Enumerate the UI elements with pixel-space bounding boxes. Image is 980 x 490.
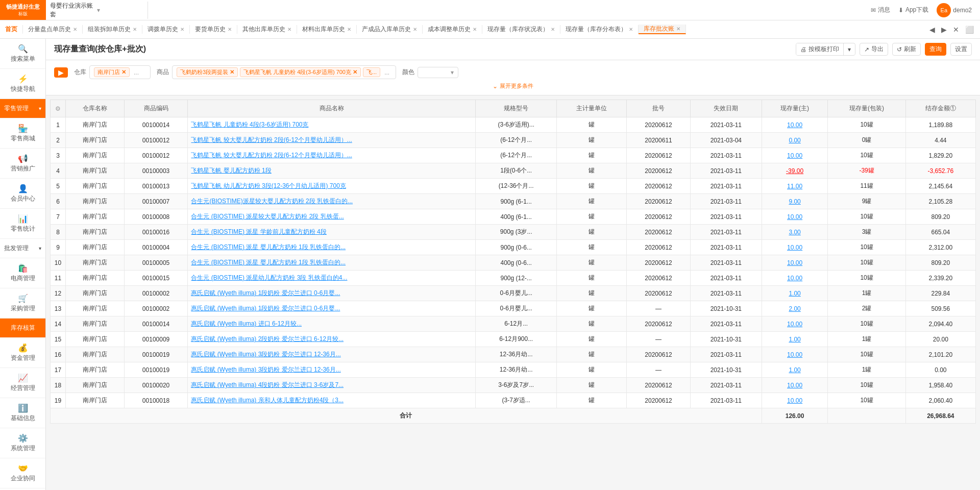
row-name[interactable]: 合生元 (BIOSTIME) 派星较大婴儿配方奶粉 2段 乳铁蛋... xyxy=(188,209,476,225)
row-name[interactable]: 飞鹤星飞帆 较大婴儿配方奶粉 2段(6-12个月婴幼儿适用）... xyxy=(188,148,476,163)
sidebar-item-marketing[interactable]: 📢 营销推广 xyxy=(0,149,45,179)
row-stock-main[interactable]: 10.00 xyxy=(762,271,828,286)
row-stock-main[interactable]: 1.00 xyxy=(762,362,828,378)
warehouse-input[interactable]: 南岸门店 ✕ ... xyxy=(89,65,151,79)
export-button[interactable]: ↗ 导出 xyxy=(860,43,888,56)
print-dropdown-button[interactable]: ▾ xyxy=(844,44,855,55)
print-button[interactable]: 🖨 按模板打印 xyxy=(796,43,844,55)
row-stock-main[interactable]: 10.00 xyxy=(762,148,828,163)
product-tag-1-remove[interactable]: ✕ xyxy=(230,69,234,76)
refresh-button[interactable]: ↺ 刷新 xyxy=(892,43,921,56)
sidebar-item-search[interactable]: 🔍 搜索菜单 xyxy=(0,39,45,69)
tab-home[interactable]: 首页 xyxy=(0,25,23,34)
row-name[interactable]: 飞鹤星飞帆 儿童奶粉 4段(3-6岁适用) 700克 xyxy=(188,117,476,133)
product-ellipsis[interactable]: ... xyxy=(382,69,391,76)
row-name[interactable]: 合生元 (BIOSTIME) 派星 婴儿配方奶粉 1段 乳铁蛋白的... xyxy=(188,240,476,255)
color-input[interactable]: ▾ xyxy=(418,67,458,78)
row-name[interactable]: 合生元 (BIOSTIME) 派星 婴儿配方奶粉 1段 乳铁蛋白的... xyxy=(188,255,476,271)
sidebar-item-inventory[interactable]: 库存核算 xyxy=(0,318,45,338)
sidebar-item-mall[interactable]: 🏪 零售商城 xyxy=(0,118,45,149)
row-stock-main[interactable]: 10.00 xyxy=(762,255,828,271)
row-name[interactable]: 惠氏启赋 (Wyeth illuma) 4段奶粉 爱尔兰进口 3-6岁及7... xyxy=(188,378,476,393)
tab-stock-status[interactable]: 现存量（库存状况表） ✕ xyxy=(482,25,560,34)
close-icon[interactable]: ✕ xyxy=(180,27,184,32)
tab-selector[interactable]: 母婴行业演示账套 ▾ xyxy=(46,2,148,19)
row-name[interactable]: 惠氏启赋 (Wyeth illuma) 2段奶粉 爱尔兰进口 6-12月较... xyxy=(188,332,476,347)
row-name[interactable]: 惠氏启赋 (Wyeth illuma) 3段奶粉 爱尔兰进口 12-36月... xyxy=(188,347,476,362)
tab-split-history[interactable]: 分量盘点单历史 ✕ xyxy=(23,25,83,34)
row-name[interactable]: 飞鹤星飞帆 幼儿配方奶粉 3段(12-36个月幼儿适用) 700克 xyxy=(188,179,476,194)
row-name[interactable]: 合生元(BIOSTIME)派星较大婴儿配方奶粉 2段 乳铁蛋白的... xyxy=(188,194,476,209)
row-name[interactable]: 惠氏启赋 (Wyeth illuma) 1段奶粉 爱尔兰进口 0-6月婴... xyxy=(188,301,476,316)
close-icon[interactable]: ✕ xyxy=(228,27,232,32)
row-name[interactable]: 合生元 (BIOSTIME) 派星 学龄前儿童配方奶粉 4段 xyxy=(188,225,476,240)
sidebar-item-system[interactable]: ⚙️ 系统管理 xyxy=(0,428,45,458)
warehouse-ellipsis[interactable]: ... xyxy=(132,69,141,76)
tab-assemble-history[interactable]: 组装拆卸单历史 ✕ xyxy=(83,25,142,34)
row-stock-main[interactable]: 2.00 xyxy=(762,301,828,316)
row-name[interactable]: 飞鹤星飞帆 较大婴儿配方奶粉 2段(6-12个月婴幼儿适用）... xyxy=(188,133,476,148)
row-stock-main[interactable]: 10.00 xyxy=(762,209,828,225)
tab-prev-button[interactable]: ◀ xyxy=(927,24,937,35)
messages-button[interactable]: ✉ 消息 xyxy=(871,6,890,14)
row-stock-main[interactable]: 1.00 xyxy=(762,332,828,347)
sidebar-item-basic-info[interactable]: ℹ️ 基础信息 xyxy=(0,398,45,428)
sidebar-item-purchase[interactable]: 🛒 采购管理 xyxy=(0,288,45,318)
tab-maximize-button[interactable]: ⬜ xyxy=(963,24,976,35)
tab-product-inbound[interactable]: 产成品入库单历史 ✕ xyxy=(357,25,423,34)
row-name[interactable]: 飞鹤星飞帆 婴儿配方奶粉 1段 xyxy=(188,163,476,179)
row-stock-main[interactable]: 3.00 xyxy=(762,225,828,240)
row-stock-main[interactable]: 10.00 xyxy=(762,316,828,332)
row-name[interactable]: 惠氏启赋 (Wyeth illuma) 1段奶粉 爱尔兰进口 0-6月婴... xyxy=(188,286,476,301)
row-stock-main[interactable]: 0.00 xyxy=(762,133,828,148)
sidebar-item-collab[interactable]: 🤝 企业协同 xyxy=(0,458,45,488)
sidebar-item-wholesale[interactable]: 批发管理 ▾ xyxy=(0,239,45,258)
warehouse-remove-icon[interactable]: ✕ xyxy=(121,69,126,76)
row-stock-main[interactable]: 1.00 xyxy=(762,286,828,301)
sidebar-item-retail-stats[interactable]: 📊 零售统计 xyxy=(0,209,45,239)
close-icon[interactable]: ✕ xyxy=(413,27,417,32)
table-container[interactable]: ⚙ 仓库名称 商品编码 商品名称 规格型号 主计量单位 批号 失效日期 现存量(… xyxy=(46,95,980,490)
row-stock-main[interactable]: 10.00 xyxy=(762,347,828,362)
expand-more-button[interactable]: ⌄ 展开更多条件 xyxy=(54,82,972,90)
column-settings-icon[interactable]: ⚙ xyxy=(55,105,61,112)
tab-order-history[interactable]: 要货单历史 ✕ xyxy=(190,25,237,34)
row-stock-main[interactable]: 9.00 xyxy=(762,194,828,209)
user-profile[interactable]: Ea demo2 xyxy=(937,3,972,17)
row-name[interactable]: 惠氏启赋 (Wyeth illuma) 3段奶粉 爱尔兰进口 12-36月... xyxy=(188,362,476,378)
close-icon[interactable]: ✕ xyxy=(676,26,680,32)
tab-stock-batch[interactable]: 库存批次账 ✕ xyxy=(639,24,686,34)
row-stock-main[interactable]: 10.00 xyxy=(762,240,828,255)
row-name[interactable]: 惠氏启赋 (Wyeth illuma) 亲和人体儿童配方奶粉4段（3... xyxy=(188,393,476,408)
close-icon[interactable]: ✕ xyxy=(287,27,291,32)
filter-expand-button[interactable]: ▶ xyxy=(54,67,68,78)
app-download-button[interactable]: ⬇ App下载 xyxy=(898,6,928,14)
settings-button[interactable]: 设置 xyxy=(950,43,972,56)
sidebar-item-ecommerce[interactable]: 🛍️ 电商管理 xyxy=(0,258,45,288)
close-icon[interactable]: ✕ xyxy=(133,27,137,32)
sidebar-item-retail[interactable]: 零售管理 ▾ xyxy=(0,99,45,118)
close-icon[interactable]: ✕ xyxy=(347,27,351,32)
row-stock-main[interactable]: 10.00 xyxy=(762,393,828,408)
close-icon[interactable]: ✕ xyxy=(73,27,77,32)
close-icon[interactable]: ✕ xyxy=(629,27,633,32)
close-icon[interactable]: ✕ xyxy=(473,27,477,32)
product-tag-2-remove[interactable]: ✕ xyxy=(353,69,357,76)
sidebar-item-quicknav[interactable]: ⚡ 快捷导航 xyxy=(0,69,45,99)
tab-next-button[interactable]: ▶ xyxy=(939,24,949,35)
sidebar-item-finance[interactable]: 💰 资金管理 xyxy=(0,338,45,368)
row-stock-main[interactable]: 10.00 xyxy=(762,117,828,133)
sidebar-item-member[interactable]: 👤 会员中心 xyxy=(0,179,45,209)
row-name[interactable]: 惠氏启赋 (Wyeth illuma) 进口 6-12月较... xyxy=(188,316,476,332)
row-stock-main[interactable]: -39.00 xyxy=(762,163,828,179)
close-icon[interactable]: ✕ xyxy=(551,27,555,32)
tab-cost-adjust[interactable]: 成本调整单历史 ✕ xyxy=(423,25,482,34)
row-name[interactable]: 合生元 (BIOSTIME) 派星幼儿配方奶粉 3段 乳铁蛋白的4... xyxy=(188,271,476,286)
row-stock-main[interactable]: 11.00 xyxy=(762,179,828,194)
tab-close-button[interactable]: ✕ xyxy=(951,24,961,35)
tab-transfer-history[interactable]: 调拨单历史 ✕ xyxy=(142,25,190,34)
col-settings[interactable]: ⚙ xyxy=(51,100,66,117)
tab-outbound-history[interactable]: 其他出库单历史 ✕ xyxy=(237,25,297,34)
row-stock-main[interactable]: 10.00 xyxy=(762,378,828,393)
tab-stock-dist[interactable]: 现存量（库存分布表） ✕ xyxy=(560,25,639,34)
